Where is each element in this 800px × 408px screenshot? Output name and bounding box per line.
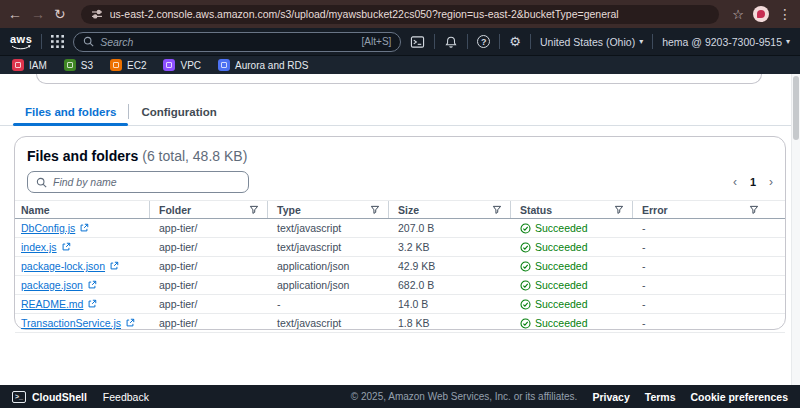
tab-files-and-folders[interactable]: Files and folders	[13, 98, 128, 125]
favorite-service-label: EC2	[127, 60, 146, 71]
files-table: Name Folder Type Size Status Error DbCon…	[15, 200, 785, 333]
file-link[interactable]: package-lock.json	[21, 260, 105, 272]
find-placeholder: Find by name	[53, 176, 117, 188]
size-cell: 3.2 KB	[389, 241, 511, 253]
privacy-link[interactable]: Privacy	[592, 391, 629, 403]
column-header-type[interactable]: Type	[268, 201, 389, 218]
check-circle-icon	[520, 242, 531, 253]
favorite-service-link[interactable]: Aurora and RDS	[218, 59, 308, 71]
table-row: index.js app-tier/ text/javascript 3.2 K…	[15, 238, 785, 257]
aws-logo[interactable]: aws	[10, 34, 32, 50]
next-page-icon[interactable]: ›	[769, 175, 773, 189]
file-link[interactable]: TransactionService.js	[21, 317, 121, 329]
find-by-name-input[interactable]: Find by name	[27, 171, 249, 193]
column-header-folder[interactable]: Folder	[150, 201, 268, 218]
chevron-down-icon: ▾	[786, 37, 790, 46]
page-scrollbar[interactable]	[791, 74, 800, 385]
bookmark-star-icon[interactable]: ☆	[732, 8, 744, 21]
divider	[499, 34, 500, 49]
filter-icon[interactable]	[492, 205, 502, 215]
table-row: TransactionService.js app-tier/ text/jav…	[15, 314, 785, 333]
browser-forward-icon[interactable]: →	[31, 7, 45, 21]
favorite-service-link[interactable]: IAM	[12, 59, 47, 71]
error-cell: -	[633, 260, 785, 272]
cookie-preferences-link[interactable]: Cookie preferences	[691, 391, 788, 403]
check-circle-icon	[520, 280, 531, 291]
status-cell: Succeeded	[511, 222, 633, 234]
status-cell: Succeeded	[511, 241, 633, 253]
check-circle-icon	[520, 223, 531, 234]
divider	[41, 34, 42, 49]
column-header-status[interactable]: Status	[511, 201, 633, 218]
tune-icon	[91, 8, 103, 20]
cloudshell-footer-button[interactable]: >_ CloudShell	[12, 391, 87, 403]
external-link-icon[interactable]	[125, 318, 135, 328]
browser-menu-icon[interactable]: ⋮	[778, 7, 792, 21]
region-label: United States (Ohio)	[540, 36, 635, 48]
help-icon[interactable]: ?	[477, 35, 490, 48]
scrollbar-thumb[interactable]	[793, 76, 799, 140]
filter-icon[interactable]	[370, 205, 380, 215]
favorite-service-link[interactable]: EC2	[110, 59, 146, 71]
column-header-error[interactable]: Error	[633, 201, 785, 218]
table-row: README.md app-tier/ - 14.0 B	[15, 295, 785, 314]
status-cell: Succeeded	[511, 317, 633, 329]
external-link-icon[interactable]	[61, 242, 71, 252]
scrolled-card-bottom	[36, 74, 762, 84]
cloudshell-icon[interactable]	[410, 35, 425, 49]
error-cell: -	[633, 298, 785, 310]
file-link[interactable]: index.js	[21, 241, 57, 253]
external-link-icon[interactable]	[87, 280, 97, 290]
tab-configuration[interactable]: Configuration	[129, 98, 228, 125]
external-link-icon[interactable]	[109, 261, 119, 271]
filter-icon[interactable]	[249, 205, 259, 215]
prev-page-icon[interactable]: ‹	[733, 175, 737, 189]
status-cell: Succeeded	[511, 298, 633, 310]
file-link[interactable]: README.md	[21, 298, 83, 310]
browser-profile-avatar[interactable]	[753, 6, 769, 22]
panel-summary: (6 total, 48.8 KB)	[142, 148, 247, 164]
account-menu[interactable]: hema @ 9203-7300-9515 ▾	[662, 36, 790, 48]
terms-link[interactable]: Terms	[645, 391, 676, 403]
column-header-name[interactable]: Name	[15, 201, 150, 218]
current-page[interactable]: 1	[750, 176, 756, 188]
main-content: Files and folders Configuration Files an…	[0, 74, 800, 385]
file-link[interactable]: DbConfig.js	[21, 222, 75, 234]
copyright-text: © 2025, Amazon Web Services, Inc. or its…	[351, 391, 578, 402]
address-bar[interactable]: us-east-2.console.aws.amazon.com/s3/uplo…	[81, 5, 720, 24]
panel-controls: Find by name ‹ 1 ›	[15, 168, 785, 200]
aws-top-nav: aws Search [Alt+S]	[0, 28, 800, 56]
browser-reload-icon[interactable]: ↻	[54, 7, 66, 21]
browser-chrome: ← → ↻ us-east-2.console.aws.amazon.com/s…	[0, 0, 800, 28]
feedback-link[interactable]: Feedback	[103, 391, 149, 403]
external-link-icon[interactable]	[79, 223, 89, 233]
status-cell: Succeeded	[511, 260, 633, 272]
file-name-cell: package-lock.json	[15, 260, 150, 272]
url-text: us-east-2.console.aws.amazon.com/s3/uplo…	[110, 8, 619, 20]
divider	[434, 34, 435, 49]
folder-cell: app-tier/	[150, 222, 268, 234]
aws-logo-text: aws	[10, 34, 32, 45]
divider	[652, 34, 653, 49]
status-cell: Succeeded	[511, 279, 633, 291]
folder-cell: app-tier/	[150, 241, 268, 253]
service-icon	[64, 59, 76, 71]
services-grid-icon[interactable]	[51, 35, 64, 48]
folder-cell: app-tier/	[150, 317, 268, 329]
favorite-service-link[interactable]: VPC	[163, 59, 201, 71]
type-cell: text/javascript	[268, 317, 389, 329]
favorite-service-link[interactable]: S3	[64, 59, 93, 71]
settings-gear-icon[interactable]: ⚙	[509, 35, 521, 48]
column-header-size[interactable]: Size	[389, 201, 511, 218]
divider	[530, 34, 531, 49]
browser-back-icon[interactable]: ←	[8, 7, 22, 21]
external-link-icon[interactable]	[87, 299, 97, 309]
folder-cell: app-tier/	[150, 260, 268, 272]
filter-icon[interactable]	[749, 205, 759, 215]
filter-icon[interactable]	[614, 205, 624, 215]
table-body: DbConfig.js app-tier/ text/javascript 20…	[15, 219, 785, 333]
global-search-input[interactable]: Search [Alt+S]	[73, 32, 401, 52]
notifications-bell-icon[interactable]	[444, 35, 458, 49]
file-link[interactable]: package.json	[21, 279, 83, 291]
region-selector[interactable]: United States (Ohio) ▾	[540, 36, 643, 48]
